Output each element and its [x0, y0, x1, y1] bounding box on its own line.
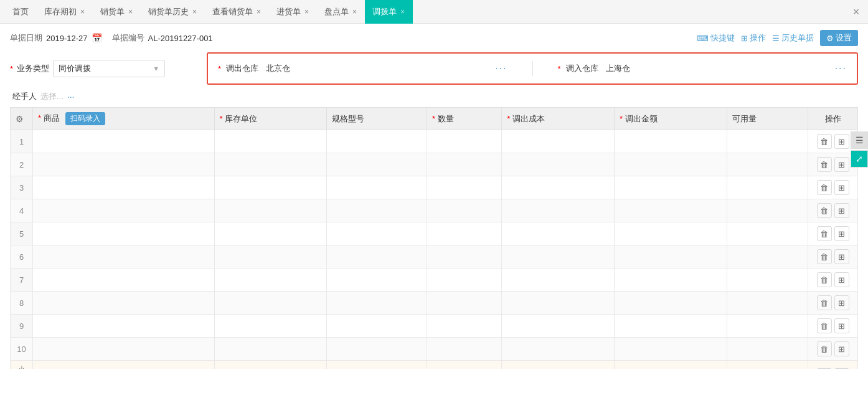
row-10-cost[interactable]	[502, 338, 615, 361]
row-1-copy-btn[interactable]: ⊞	[834, 134, 849, 149]
row-3-amount[interactable]	[614, 176, 727, 199]
tab-view-sales[interactable]: 查看销货单 ×	[205, 0, 269, 24]
row-8-product[interactable]	[33, 292, 215, 315]
row-4-copy-btn[interactable]: ⊞	[834, 203, 849, 218]
row-6-unit[interactable]	[214, 245, 327, 269]
row-3-copy-btn[interactable]: ⊞	[834, 180, 849, 195]
row-10-copy-btn[interactable]: ⊞	[834, 341, 849, 356]
tab-home[interactable]: 首页	[5, 0, 37, 24]
row-10-spec[interactable]	[327, 338, 427, 361]
tab-sales-order[interactable]: 销货单 ×	[93, 0, 141, 24]
tab-inventory-check[interactable]: 盘点单 ×	[317, 0, 365, 24]
handler-select[interactable]: 选择...	[40, 91, 64, 102]
row-9-cost[interactable]	[502, 315, 615, 338]
row-4-unit[interactable]	[214, 199, 327, 222]
close-inventory-init[interactable]: ×	[80, 7, 85, 16]
row-2-available[interactable]	[727, 153, 808, 176]
row-9-amount[interactable]	[614, 315, 727, 338]
row-8-unit[interactable]	[214, 292, 327, 315]
row-3-qty[interactable]	[427, 176, 501, 199]
tab-inventory-init[interactable]: 库存期初 ×	[37, 0, 93, 24]
row-4-qty[interactable]	[427, 199, 501, 222]
th-settings[interactable]: ⚙	[11, 108, 33, 130]
close-sales-history[interactable]: ×	[192, 7, 197, 16]
doc-date-value[interactable]: 2019-12-27	[46, 34, 88, 43]
row-2-delete-btn[interactable]: 🗑	[817, 157, 832, 172]
row-7-available[interactable]	[727, 269, 808, 292]
row-9-qty[interactable]	[427, 315, 501, 338]
row-5-cost[interactable]	[502, 222, 615, 245]
row-6-amount[interactable]	[614, 245, 727, 269]
row-1-product[interactable]	[33, 130, 215, 153]
row-5-qty[interactable]	[427, 222, 501, 245]
row-4-available[interactable]	[727, 199, 808, 222]
subtotal-delete-btn[interactable]: 🗑	[817, 368, 832, 369]
row-6-product[interactable]	[33, 245, 215, 269]
close-window-btn[interactable]: ×	[844, 0, 868, 24]
history-btn[interactable]: ☰ 历史单据	[772, 32, 814, 44]
transfer-out-more-btn[interactable]: ···	[495, 63, 507, 74]
table-wrapper[interactable]: ⚙ * 商品 扫码录入 * 库存单位 规格型号 *	[10, 107, 858, 369]
row-5-amount[interactable]	[614, 222, 727, 245]
row-9-spec[interactable]	[327, 315, 427, 338]
row-4-cost[interactable]	[502, 199, 615, 222]
shortcuts-btn[interactable]: ⌨ 快捷键	[697, 32, 735, 44]
row-7-unit[interactable]	[214, 269, 327, 292]
row-2-spec[interactable]	[327, 153, 427, 176]
row-1-available[interactable]	[727, 130, 808, 153]
row-9-product[interactable]	[33, 315, 215, 338]
operations-btn[interactable]: ⊞ 操作	[741, 32, 766, 44]
row-6-delete-btn[interactable]: 🗑	[817, 249, 832, 264]
row-3-product[interactable]	[33, 176, 215, 199]
tab-sales-history[interactable]: 销货单历史 ×	[141, 0, 205, 24]
tab-purchase-order[interactable]: 进货单 ×	[269, 0, 317, 24]
row-1-cost[interactable]	[502, 130, 615, 153]
row-2-unit[interactable]	[214, 153, 327, 176]
row-7-delete-btn[interactable]: 🗑	[817, 272, 832, 287]
row-4-spec[interactable]	[327, 199, 427, 222]
row-8-cost[interactable]	[502, 292, 615, 315]
row-1-unit[interactable]	[214, 130, 327, 153]
close-transfer-order[interactable]: ×	[400, 7, 405, 16]
row-6-copy-btn[interactable]: ⊞	[834, 249, 849, 264]
row-1-amount[interactable]	[614, 130, 727, 153]
row-8-delete-btn[interactable]: 🗑	[817, 295, 832, 310]
row-5-unit[interactable]	[214, 222, 327, 245]
row-9-copy-btn[interactable]: ⊞	[834, 318, 849, 333]
row-6-available[interactable]	[727, 245, 808, 269]
row-6-cost[interactable]	[502, 245, 615, 269]
row-8-amount[interactable]	[614, 292, 727, 315]
row-5-copy-btn[interactable]: ⊞	[834, 226, 849, 241]
row-10-amount[interactable]	[614, 338, 727, 361]
row-6-qty[interactable]	[427, 245, 501, 269]
scan-button[interactable]: 扫码录入	[65, 112, 105, 125]
row-9-unit[interactable]	[214, 315, 327, 338]
row-2-qty[interactable]	[427, 153, 501, 176]
row-1-qty[interactable]	[427, 130, 501, 153]
row-2-product[interactable]	[33, 153, 215, 176]
row-7-amount[interactable]	[614, 269, 727, 292]
expand-tool-btn[interactable]: ⤢	[851, 150, 868, 168]
row-8-available[interactable]	[727, 292, 808, 315]
row-9-delete-btn[interactable]: 🗑	[817, 318, 832, 333]
row-4-delete-btn[interactable]: 🗑	[817, 203, 832, 218]
row-6-spec[interactable]	[327, 245, 427, 269]
transfer-in-more-btn[interactable]: ···	[835, 63, 847, 74]
calendar-icon[interactable]: 📅	[92, 33, 102, 43]
row-3-available[interactable]	[727, 176, 808, 199]
row-5-available[interactable]	[727, 222, 808, 245]
row-8-spec[interactable]	[327, 292, 427, 315]
list-tool-btn[interactable]: ☰	[851, 131, 868, 149]
row-10-unit[interactable]	[214, 338, 327, 361]
row-4-amount[interactable]	[614, 199, 727, 222]
close-purchase-order[interactable]: ×	[304, 7, 309, 16]
row-10-product[interactable]	[33, 338, 215, 361]
row-9-available[interactable]	[727, 315, 808, 338]
subtotal-copy-btn[interactable]: ⊞	[834, 368, 849, 369]
row-7-spec[interactable]	[327, 269, 427, 292]
row-2-amount[interactable]	[614, 153, 727, 176]
row-7-qty[interactable]	[427, 269, 501, 292]
row-7-cost[interactable]	[502, 269, 615, 292]
row-5-delete-btn[interactable]: 🗑	[817, 226, 832, 241]
close-view-sales[interactable]: ×	[257, 7, 261, 16]
